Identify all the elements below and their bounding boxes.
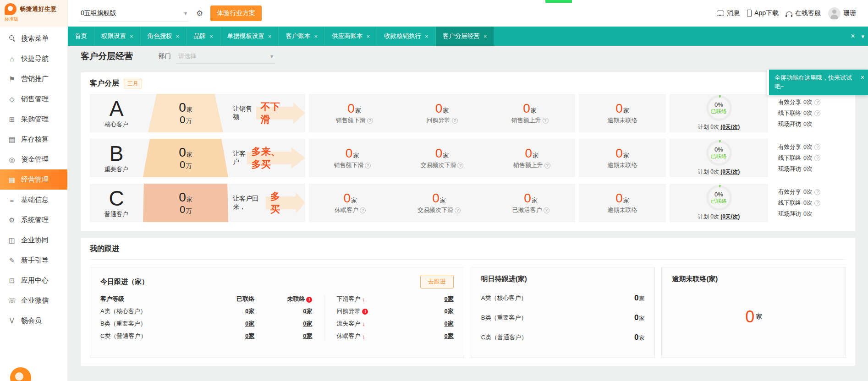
- help-icon[interactable]: ?: [365, 163, 371, 169]
- help-icon[interactable]: ?: [455, 207, 461, 213]
- sidebar-item-marketing[interactable]: ⚑ 营销推广: [0, 69, 67, 89]
- tab-brand[interactable]: 品牌 ×: [187, 27, 220, 46]
- sidebar-item-funds[interactable]: ◎ 资金管理: [0, 149, 67, 169]
- plan-frequency-link[interactable]: (0天/次): [720, 213, 740, 220]
- close-all-tabs-icon[interactable]: ×: [851, 32, 855, 40]
- help-icon[interactable]: ?: [814, 99, 820, 105]
- headset-icon: [786, 11, 792, 16]
- message-bubble-icon: [717, 11, 724, 16]
- help-icon[interactable]: ?: [814, 144, 820, 150]
- plan-text: 计划 0次 (0天/次): [698, 168, 740, 176]
- uncontacted-count-link[interactable]: 0家: [303, 308, 312, 315]
- tab-supplier-ledger[interactable]: 供应商账本 ×: [325, 27, 377, 46]
- tier-row-c: C 普通客户 0家 0万 让客户回来， 多买: [90, 184, 846, 222]
- tab-close-icon[interactable]: ×: [176, 33, 180, 39]
- help-icon[interactable]: ?: [543, 118, 549, 124]
- trial-solution-button[interactable]: 体验行业方案: [210, 5, 262, 21]
- stat-sales-decline: 0家 销售额下滑?: [334, 147, 371, 169]
- help-icon[interactable]: ?: [544, 163, 550, 169]
- sidebar-item-wecom[interactable]: ☏ 企业微信: [0, 290, 67, 310]
- risk-count-link[interactable]: 0家: [445, 295, 454, 303]
- toast-close-icon[interactable]: ×: [861, 73, 864, 82]
- followup-title: 我的跟进: [90, 244, 846, 260]
- tomorrow-followup-panel: 明日待跟进(家) A类（核心客户） 0家 B类（重要客户） 0家: [471, 267, 655, 358]
- sidebar-item-collaboration[interactable]: ◫ 企业协同: [0, 230, 67, 250]
- tier-name: 重要客户: [90, 165, 143, 174]
- phone-icon: [747, 10, 752, 17]
- sidebar-item-quick-nav[interactable]: ⌂ 快捷导航: [0, 49, 67, 69]
- help-icon[interactable]: ?: [544, 207, 549, 213]
- tab-close-icon[interactable]: ×: [425, 33, 429, 39]
- help-icon[interactable]: ?: [367, 118, 373, 124]
- user-menu[interactable]: 珊珊: [828, 7, 856, 20]
- tab-template-settings[interactable]: 单据模板设置 ×: [220, 27, 279, 46]
- tab-close-icon[interactable]: ×: [314, 33, 318, 39]
- risk-count-link[interactable]: 0家: [445, 332, 454, 340]
- app-download-button[interactable]: App下载: [747, 9, 779, 17]
- sidebar-item-inventory[interactable]: ▤ 库存核算: [0, 129, 67, 149]
- sidebar-item-label: 新手引导: [21, 256, 49, 265]
- sidebar-item-member[interactable]: Ⅴ 畅会员: [0, 310, 67, 331]
- sidebar-item-label: 资金管理: [21, 155, 49, 164]
- sidebar-item-search-menu[interactable]: 搜索菜单: [0, 28, 67, 49]
- online-service-button[interactable]: 在线客服: [786, 9, 821, 17]
- sidebar-item-basic-info[interactable]: ≡ 基础信息: [0, 190, 67, 210]
- risk-count-link[interactable]: 0家: [445, 320, 454, 328]
- tab-role-authorization[interactable]: 角色授权 ×: [141, 27, 187, 46]
- help-icon[interactable]: ?: [814, 200, 820, 206]
- tab-receipt-writeoff[interactable]: 收款核销执行 ×: [377, 27, 436, 46]
- sidebar-item-newbie-guide[interactable]: ✎ 新手引导: [0, 250, 67, 270]
- online-service-label: 在线客服: [795, 9, 821, 17]
- tab-home[interactable]: 首页: [68, 27, 94, 46]
- sales-icon: ◇: [8, 96, 16, 103]
- customer-segmentation-card: 客户分层 三月 A 核心客户 0家 0万: [81, 72, 855, 231]
- tab-close-icon[interactable]: ×: [268, 33, 272, 39]
- go-followup-button[interactable]: 去跟进: [420, 275, 454, 288]
- department-select[interactable]: 请选择 ▾: [176, 49, 275, 64]
- tab-label: 客户账本: [286, 32, 310, 40]
- sidebar-item-label: 企业微信: [21, 296, 49, 305]
- contacted-count-link[interactable]: 0家: [245, 320, 254, 327]
- tab-customer-segmentation[interactable]: 客户分层经营 ×: [436, 27, 494, 46]
- tab-permission-settings[interactable]: 权限设置 ×: [94, 27, 141, 46]
- tab-close-icon[interactable]: ×: [366, 33, 370, 39]
- sidebar-item-label: 畅会员: [21, 316, 42, 325]
- tab-close-icon[interactable]: ×: [209, 33, 213, 39]
- message-button[interactable]: 消息: [717, 9, 740, 17]
- overdue-count: 0: [745, 307, 754, 327]
- sidebar-item-label: 销售管理: [21, 95, 49, 103]
- sidebar-item-app-center[interactable]: ⊡ 应用中心: [0, 270, 67, 290]
- contacted-count-link[interactable]: 0家: [245, 332, 254, 339]
- tab-close-icon[interactable]: ×: [483, 33, 487, 39]
- tier-letter: C: [90, 188, 143, 209]
- message-label: 消息: [727, 9, 740, 17]
- help-icon[interactable]: ?: [452, 118, 458, 124]
- settings-gear-icon[interactable]: ⚙: [196, 9, 203, 18]
- contacted-count-link[interactable]: 0家: [245, 308, 254, 315]
- plan-frequency-link[interactable]: (0天/次): [720, 124, 740, 130]
- uncontacted-count-link[interactable]: 0家: [303, 320, 312, 327]
- plan-frequency-link[interactable]: (0天/次): [720, 169, 740, 175]
- sidebar-item-purchase[interactable]: ⊞ 采购管理: [0, 109, 67, 129]
- uncontacted-count-link[interactable]: 0家: [303, 332, 312, 339]
- help-icon[interactable]: ?: [814, 110, 820, 116]
- sidebar-item-operation[interactable]: ▦ 经营管理: [0, 169, 67, 190]
- tomorrow-row: C类（普通客户） 0家: [481, 333, 645, 342]
- sidebar-item-system[interactable]: ⚙ 系统管理: [0, 210, 67, 230]
- page-header: 客户分层经营 部门 请选择 ▾: [68, 46, 868, 67]
- tab-list-chevron-icon[interactable]: ▾: [861, 33, 864, 40]
- sidebar-item-sales[interactable]: ◇ 销售管理: [0, 89, 67, 109]
- table-row-level: A类（核心客户）: [100, 307, 197, 316]
- risk-count-link[interactable]: 0家: [445, 307, 454, 316]
- tab-customer-ledger[interactable]: 客户账本 ×: [279, 27, 325, 46]
- help-icon[interactable]: ?: [814, 155, 820, 161]
- tab-label: 首页: [75, 32, 87, 40]
- help-icon[interactable]: ?: [360, 207, 366, 213]
- contact-progress-ring: 0% 已联络: [706, 95, 732, 121]
- workspace-select[interactable]: 0五组旗舰版 ▾: [79, 5, 189, 22]
- help-icon[interactable]: ?: [457, 163, 463, 169]
- help-icon[interactable]: ?: [814, 189, 820, 195]
- tomorrow-row: A类（核心客户） 0家: [481, 294, 645, 303]
- tab-close-icon[interactable]: ×: [130, 33, 133, 39]
- app-download-label: App下载: [754, 9, 779, 17]
